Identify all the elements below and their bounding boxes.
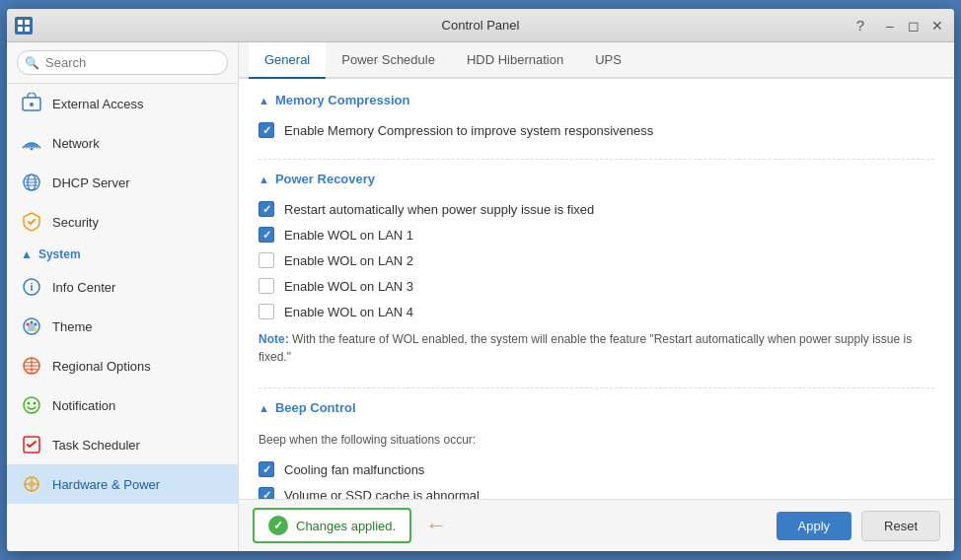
sidebar-item-info-center[interactable]: i Info Center	[7, 267, 238, 307]
titlebar: Control Panel ? – ◻ ✕	[7, 9, 954, 42]
option-cooling-fan: Cooling fan malfunctions	[259, 456, 934, 482]
svg-point-14	[35, 323, 37, 326]
beep-description: Beep when the following situations occur…	[259, 425, 934, 456]
sidebar-label-theme: Theme	[52, 319, 92, 334]
sidebar-label-regional: Regional Options	[52, 359, 151, 374]
titlebar-controls: ? – ◻ ✕	[851, 17, 946, 35]
power-recovery-note: Note: With the feature of WOL enabled, t…	[259, 324, 934, 372]
chevron-icon-2: ▲	[259, 174, 269, 185]
section-title-beep-control: ▲ Beep Control	[259, 400, 934, 415]
search-input[interactable]	[17, 50, 228, 75]
svg-rect-3	[25, 27, 30, 32]
svg-point-18	[28, 402, 31, 405]
sidebar-label-dhcp: DHCP Server	[52, 175, 130, 190]
section-memory-compression: ▲ Memory Compression Enable Memory Compr…	[259, 93, 934, 143]
chevron-icon: ▲	[259, 95, 269, 106]
network-icon	[21, 132, 42, 154]
option-wol-lan4: Enable WOL on LAN 4	[259, 299, 934, 324]
external-access-icon	[21, 93, 42, 114]
section-title-power-recovery: ▲ Power Recovery	[259, 172, 934, 186]
option-wol-lan3: Enable WOL on LAN 3	[259, 273, 934, 299]
svg-point-17	[24, 397, 39, 413]
chevron-down-icon: ▲	[21, 247, 33, 261]
tab-power-schedule[interactable]: Power Schedule	[326, 42, 451, 79]
checkbox-restart-auto[interactable]	[259, 201, 274, 217]
sidebar-section-system[interactable]: ▲ System	[7, 242, 238, 267]
help-button[interactable]: ?	[851, 17, 869, 35]
svg-point-5	[30, 103, 34, 106]
sidebar-label-task-scheduler: Task Scheduler	[52, 438, 140, 453]
svg-point-19	[34, 402, 37, 405]
app-icon	[15, 17, 33, 35]
checkbox-cooling-fan[interactable]	[259, 461, 274, 477]
panel-content: ▲ Memory Compression Enable Memory Compr…	[239, 79, 954, 499]
check-icon: ✓	[268, 516, 288, 535]
sidebar-label-network: Network	[52, 136, 100, 151]
changes-applied-label: Changes applied.	[296, 519, 396, 533]
svg-rect-1	[25, 20, 30, 25]
changes-applied-badge: ✓ Changes applied.	[253, 508, 411, 543]
sidebar-label-notification: Notification	[52, 398, 115, 413]
bottom-bar: ✓ Changes applied. ← Apply Reset	[239, 499, 954, 551]
tab-hdd-hibernation[interactable]: HDD Hibernation	[451, 42, 579, 79]
apply-button[interactable]: Apply	[776, 512, 852, 540]
sidebar-item-security[interactable]: Security	[7, 202, 238, 242]
section-power-recovery: ▲ Power Recovery Restart automatically w…	[259, 172, 934, 372]
close-button[interactable]: ✕	[928, 17, 946, 35]
svg-rect-2	[18, 27, 23, 32]
option-volume-ssd: Volume or SSD cache is abnormal	[259, 482, 934, 499]
arrow-icon: ←	[425, 513, 447, 538]
svg-point-15	[35, 328, 37, 331]
minimize-button[interactable]: –	[881, 17, 899, 35]
theme-icon	[21, 315, 42, 337]
info-icon: i	[21, 276, 42, 298]
option-wol-lan1: Enable WOL on LAN 1	[259, 222, 934, 247]
tab-bar: General Power Schedule HDD Hibernation U…	[239, 42, 954, 79]
checkbox-wol-lan4[interactable]	[259, 304, 274, 319]
svg-point-13	[31, 321, 34, 324]
sidebar-item-regional[interactable]: Regional Options	[7, 346, 238, 385]
sidebar: 🔍 External Access	[7, 42, 239, 551]
sidebar-label-security: Security	[52, 215, 99, 230]
section-system-label: System	[38, 247, 81, 261]
option-memory-compression: Enable Memory Compression to improve sys…	[259, 117, 934, 143]
sidebar-item-network[interactable]: Network	[7, 123, 238, 163]
svg-text:i: i	[30, 281, 33, 293]
tab-ups[interactable]: UPS	[579, 42, 637, 79]
search-box: 🔍	[7, 42, 238, 84]
titlebar-left	[15, 17, 33, 35]
sidebar-item-hardware-power[interactable]: Hardware & Power	[7, 464, 238, 504]
sidebar-item-task-scheduler[interactable]: Task Scheduler	[7, 425, 238, 464]
main-panel: General Power Schedule HDD Hibernation U…	[239, 42, 954, 551]
sidebar-label-external-access: External Access	[52, 97, 144, 111]
task-icon	[21, 434, 42, 455]
svg-point-22	[29, 481, 35, 487]
option-restart-auto: Restart automatically when power supply …	[259, 196, 934, 222]
section-beep-control: ▲ Beep Control Beep when the following s…	[259, 400, 934, 499]
checkbox-memory-compression[interactable]	[259, 122, 274, 138]
svg-rect-0	[18, 20, 23, 25]
svg-point-6	[31, 148, 34, 151]
maximize-button[interactable]: ◻	[905, 17, 923, 35]
checkbox-wol-lan3[interactable]	[259, 278, 274, 294]
sidebar-label-hardware-power: Hardware & Power	[52, 477, 160, 492]
search-wrap: 🔍	[17, 50, 228, 75]
svg-point-12	[27, 323, 30, 326]
tab-general[interactable]: General	[249, 42, 326, 79]
security-icon	[21, 211, 42, 233]
sidebar-item-dhcp[interactable]: DHCP Server	[7, 163, 238, 202]
reset-button[interactable]: Reset	[861, 511, 940, 541]
control-panel-window: Control Panel ? – ◻ ✕ 🔍	[7, 9, 954, 551]
sidebar-item-theme[interactable]: Theme	[7, 307, 238, 346]
sidebar-item-external-access[interactable]: External Access	[7, 84, 238, 123]
window-title: Control Panel	[442, 18, 520, 33]
checkbox-wol-lan1[interactable]	[259, 227, 274, 243]
content-area: 🔍 External Access	[7, 42, 954, 551]
chevron-icon-3: ▲	[259, 402, 269, 414]
checkbox-volume-ssd[interactable]	[259, 487, 274, 499]
option-wol-lan2: Enable WOL on LAN 2	[259, 247, 934, 273]
hardware-icon	[21, 473, 42, 495]
checkbox-wol-lan2[interactable]	[259, 252, 274, 268]
sidebar-item-notification[interactable]: Notification	[7, 385, 238, 425]
sidebar-label-info-center: Info Center	[52, 280, 115, 295]
